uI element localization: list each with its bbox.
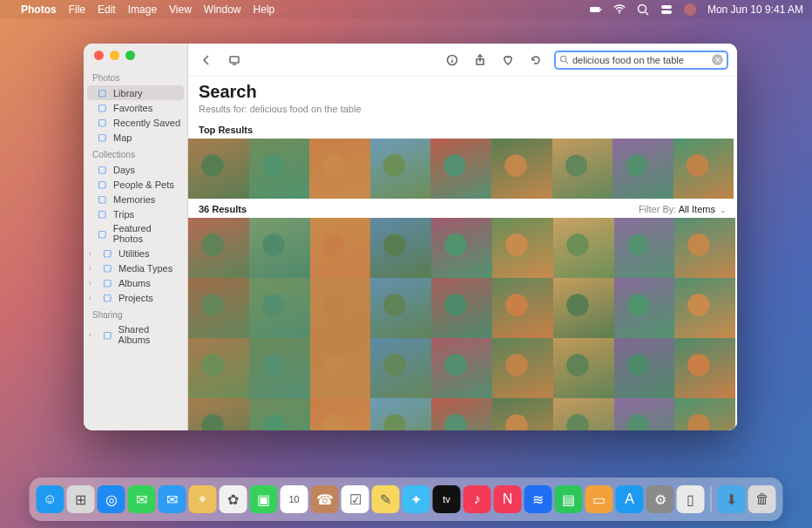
menu-edit[interactable]: Edit [98,3,116,16]
dock-app-freeform[interactable]: ✦ [403,485,430,513]
sidebar-item-shared-albums[interactable]: ›▢Shared Albums [84,322,187,347]
photo-thumbnail[interactable] [188,139,249,199]
close-button[interactable] [94,51,104,60]
menubar-clock[interactable]: Mon Jun 10 9:41 AM [707,3,803,16]
sidebar-item-map[interactable]: ▢Map [84,130,187,145]
app-menu[interactable]: Photos [21,3,57,16]
dock-app-calendar[interactable]: 10 [281,485,308,513]
photo-thumbnail[interactable] [492,218,553,278]
photo-thumbnail[interactable] [431,218,492,278]
dock-app-facetime[interactable]: ▣ [250,485,278,513]
user-icon[interactable] [684,3,696,16]
dock-app-maps[interactable]: ⌖ [189,485,217,513]
photo-thumbnail[interactable] [249,398,310,430]
photo-thumbnail[interactable] [553,218,614,278]
sidebar-item-utilities[interactable]: ›▢Utilities [84,246,187,261]
photo-thumbnail[interactable] [370,278,431,338]
photo-thumbnail[interactable] [492,278,553,338]
photo-thumbnail[interactable] [614,278,675,338]
photo-thumbnail[interactable] [310,218,371,278]
dock-app-app-store[interactable]: A [616,485,644,513]
photo-thumbnail[interactable] [370,338,431,398]
dock-trash[interactable]: 🗑 [748,485,776,513]
photo-thumbnail[interactable] [674,338,735,398]
dock-app-safari[interactable]: ◎ [98,485,125,513]
dock-app-messages[interactable]: ✉ [128,485,156,513]
dock-app-reminders[interactable]: ☑ [342,485,369,513]
photo-thumbnail[interactable] [553,398,614,430]
photo-thumbnail[interactable] [614,218,675,278]
photo-thumbnail[interactable] [614,398,675,430]
dock-app-keynote[interactable]: ▭ [585,485,613,513]
content-scroll[interactable]: Search Results for: delicious food on th… [188,77,737,430]
back-button[interactable] [197,51,216,70]
dock-app-launchpad[interactable]: ⊞ [67,485,95,513]
photo-thumbnail[interactable] [249,338,310,398]
photo-thumbnail[interactable] [612,139,673,199]
filter-by-control[interactable]: Filter By: All Items ⌄ [639,204,727,214]
photo-thumbnail[interactable] [674,398,735,430]
photo-thumbnail[interactable] [492,398,553,430]
minimize-button[interactable] [110,51,119,60]
menu-image[interactable]: Image [128,3,157,16]
wifi-icon[interactable] [613,3,626,16]
disclosure-icon[interactable]: › [89,330,98,339]
photo-thumbnail[interactable] [553,278,614,338]
dock-app-photos[interactable]: ✿ [220,485,247,513]
spotlight-icon[interactable] [637,3,649,16]
disclosure-icon[interactable]: › [89,249,98,258]
sidebar-item-recently-saved[interactable]: ▢Recently Saved [84,115,187,130]
photo-thumbnail[interactable] [310,338,371,398]
control-center-icon[interactable] [660,3,673,16]
dock-app-notes[interactable]: ✎ [372,485,400,513]
disclosure-icon[interactable]: › [89,279,98,288]
dock-app-system-settings[interactable]: ⚙ [646,485,674,513]
photo-thumbnail[interactable] [431,398,492,430]
menu-view[interactable]: View [169,3,192,16]
device-button[interactable] [225,51,244,70]
photo-thumbnail[interactable] [492,338,553,398]
photo-thumbnail[interactable] [430,139,491,199]
sidebar-item-memories[interactable]: ▢Memories [84,192,187,206]
photo-thumbnail[interactable] [614,338,675,398]
rotate-button[interactable] [526,51,545,70]
photo-thumbnail[interactable] [553,338,614,398]
sidebar-item-people-pets[interactable]: ▢People & Pets [84,177,187,192]
photo-thumbnail[interactable] [673,139,734,199]
photo-thumbnail[interactable] [491,139,552,199]
sidebar-item-days[interactable]: ▢Days [84,162,187,177]
photo-thumbnail[interactable] [188,338,249,398]
dock-app-stocks[interactable]: ≋ [524,485,552,513]
photo-thumbnail[interactable] [310,398,371,430]
photo-thumbnail[interactable] [249,218,310,278]
battery-icon[interactable] [590,3,602,16]
sidebar-item-featured-photos[interactable]: ▢Featured Photos [84,221,187,246]
photo-thumbnail[interactable] [370,139,431,199]
share-button[interactable] [470,51,490,70]
dock-app-music[interactable]: ♪ [464,485,491,513]
photo-thumbnail[interactable] [552,139,613,199]
photo-thumbnail[interactable] [249,139,310,199]
dock-app-news[interactable]: N [494,485,522,513]
photo-thumbnail[interactable] [674,278,735,338]
sidebar-item-trips[interactable]: ▢Trips [84,206,187,221]
favorite-button[interactable] [498,51,518,70]
clear-search-button[interactable]: ✕ [712,54,723,65]
dock-app-numbers[interactable]: ▤ [555,485,583,513]
dock-app-contacts[interactable]: ☎ [311,485,339,513]
photo-thumbnail[interactable] [309,139,370,199]
photo-thumbnail[interactable] [370,398,431,430]
dock-downloads[interactable]: ⬇ [718,485,746,513]
sidebar-item-projects[interactable]: ›▢Projects [84,290,187,305]
photo-thumbnail[interactable] [674,218,735,278]
sidebar-item-library[interactable]: ▢Library [87,85,184,100]
photo-thumbnail[interactable] [188,218,249,278]
dock-app-finder[interactable]: ☺ [37,485,64,513]
menu-file[interactable]: File [69,3,85,16]
disclosure-icon[interactable]: › [89,264,98,273]
menu-help[interactable]: Help [254,3,275,16]
photo-thumbnail[interactable] [431,338,492,398]
dock-app-mail[interactable]: ✉ [159,485,186,513]
photo-thumbnail[interactable] [431,278,492,338]
disclosure-icon[interactable]: › [89,294,98,302]
